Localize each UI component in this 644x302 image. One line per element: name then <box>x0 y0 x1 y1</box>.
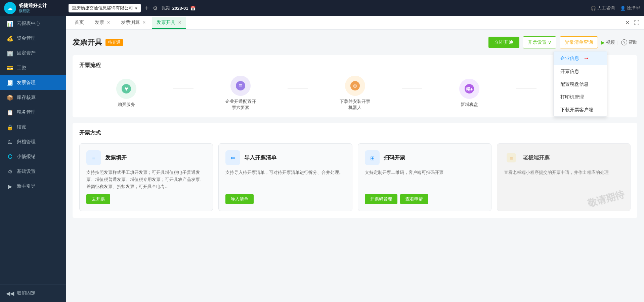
sidebar-item-cloud-report[interactable]: 📊 云报表中心 <box>0 16 66 31</box>
add-tab-button[interactable]: + <box>145 4 149 12</box>
top-bar-actions: 🎧 人工咨询 👤 徐泽华 <box>591 5 640 11</box>
method-import-title: 导入开票清单 <box>244 154 276 161</box>
svg-text:≡: ≡ <box>92 155 95 161</box>
sidebar-label-cancel-fixed: 取消固定 <box>17 290 36 296</box>
exception-list-button[interactable]: 异常清单查询 <box>560 36 598 48</box>
method-boss-header: ≡ 老板端开票 <box>504 150 624 165</box>
dropdown-item-company-info[interactable]: 企业信息 → <box>554 51 607 65</box>
tab-invoice-open-close[interactable]: ✕ <box>178 20 181 25</box>
sidebar-item-stock[interactable]: 📦 库存核算 <box>0 90 66 105</box>
settings-icon: ⚙ <box>7 168 13 175</box>
method-import-desc: 支持导入待开票清单，可对待开票清单进行拆分、合并处理。 <box>225 169 345 190</box>
settle-icon: 🔒 <box>7 124 13 130</box>
method-card-fill-invoice: ≡ 发票填开 支持按照发票样式手工填开发票；可开具增值税电子普通发票、增值税普通… <box>79 143 213 211</box>
flow-section-title: 开票流程 <box>79 62 631 69</box>
calendar-icon[interactable]: 📅 <box>190 6 196 11</box>
stock-icon: 📦 <box>7 94 13 101</box>
user-profile-button[interactable]: 👤 徐泽华 <box>620 5 640 11</box>
view-apply-button[interactable]: 查看申请 <box>400 194 428 204</box>
flow-connector-3 <box>402 88 422 88</box>
sidebar-bottom: ◀◀ 取消固定 <box>0 284 66 302</box>
svg-text:☺: ☺ <box>352 82 358 89</box>
dropdown-item-tax-config[interactable]: 配置税盘信息 <box>554 78 607 91</box>
cloud-report-icon: 📊 <box>7 20 13 27</box>
flow-section: 开票流程 ♥ 购买服务 ≡ <box>73 55 637 117</box>
human-service-button[interactable]: 🎧 人工咨询 <box>591 5 615 11</box>
help-link[interactable]: ▶ 视频 | ? 帮助 <box>601 39 637 45</box>
method-card-scan-invoice: ⊞ 扫码开票 支持定制开票二维码，客户端可扫码开票 开票码管理 查看申请 <box>358 143 491 211</box>
tab-home[interactable]: 首页 <box>70 17 89 29</box>
settings-dropdown-arrow: ∨ <box>548 40 551 45</box>
method-boss-title: 老板端开票 <box>523 154 550 161</box>
sidebar-item-fixed-assets[interactable]: 🏢 固定资产 <box>0 46 66 61</box>
red-arrow-indicator: → <box>583 55 589 62</box>
window-maximize-button[interactable]: ⛶ <box>633 20 640 26</box>
flow-step-buy-icon: ♥ <box>116 79 136 99</box>
flow-step-buy: ♥ 购买服务 <box>79 79 173 108</box>
sidebar-item-report[interactable]: C 小畅报销 <box>0 149 66 164</box>
go-invoice-button[interactable]: 去开票 <box>86 194 110 204</box>
tab-invoice-close[interactable]: ✕ <box>107 20 110 25</box>
sidebar-label-salary: 工资 <box>17 65 26 71</box>
tab-invoice-calc-close[interactable]: ✕ <box>142 20 146 25</box>
page-content: 发票开具 待开通 立即开通 开票设置 ∨ 异常清单查询 <box>66 30 644 302</box>
sidebar-item-settings[interactable]: ⚙ 基础设置 <box>0 164 66 179</box>
sidebar-item-fund-management[interactable]: 💰 资金管理 <box>0 31 66 46</box>
method-import-actions: 导入清单 <box>225 194 345 204</box>
method-fill-header: ≡ 发票填开 <box>86 150 206 165</box>
sidebar-item-settle[interactable]: 🔒 结账 <box>0 120 66 135</box>
flow-step-config: ≡ 企业开通配置开票六要素 <box>194 76 288 111</box>
tab-invoice-calc[interactable]: 发票测算 ✕ <box>116 17 151 29</box>
flow-connector-4 <box>516 88 536 88</box>
sidebar-label-invoice-mgmt: 发票管理 <box>17 80 36 86</box>
dropdown-item-download-client[interactable]: 下载开票客户端 <box>554 104 607 116</box>
svg-text:≡: ≡ <box>239 82 243 89</box>
methods-grid: ≡ 发票填开 支持按照发票样式手工填开发票；可开具增值税电子普通发票、增值税普通… <box>79 143 631 211</box>
sidebar-label-settings: 基础设置 <box>17 168 36 175</box>
help-icon: ? <box>621 39 627 45</box>
company-selector[interactable]: 重庆畅捷交通信息咨询有限公司 ▾ <box>69 4 141 12</box>
method-fill-actions: 去开票 <box>86 194 206 204</box>
sidebar-item-archive[interactable]: 🗂 归档管理 <box>0 135 66 149</box>
method-scan-title: 扫码开票 <box>384 154 405 161</box>
sidebar-label-fixed: 固定资产 <box>17 50 36 56</box>
method-scan-header: ⊞ 扫码开票 <box>365 150 484 165</box>
sidebar-item-tax[interactable]: 📋 税务管理 <box>0 105 66 120</box>
method-import-header: ⇐ 导入开票清单 <box>225 150 345 165</box>
svg-text:♥: ♥ <box>125 85 128 92</box>
method-fill-icon: ≡ <box>86 150 101 165</box>
flow-step-download-label: 下载并安装开票机器人 <box>338 99 372 111</box>
tax-icon: 📋 <box>7 109 13 116</box>
guide-icon: ▶ <box>7 183 13 190</box>
activate-button[interactable]: 立即开通 <box>488 37 519 48</box>
flow-step-config-label: 企业开通配置开票六要素 <box>224 99 257 111</box>
flow-step-newtax: 税+ 新增税盘 <box>422 79 516 108</box>
logo-area: ☁ 畅捷通好会计 旗舰版 <box>4 2 65 14</box>
tab-invoice-open[interactable]: 发票开具 ✕ <box>152 17 186 29</box>
invoice-mgmt-icon: 🧾 <box>7 79 13 86</box>
flow-step-newtax-icon: 税+ <box>459 79 479 99</box>
sidebar-item-cancel-fixed[interactable]: ◀◀ 取消固定 <box>0 287 66 299</box>
sidebar-item-salary[interactable]: 💳 工资 <box>0 61 66 75</box>
header-actions: 立即开通 开票设置 ∨ 异常清单查询 ▶ 视频 | ? <box>488 36 637 48</box>
tab-invoice[interactable]: 发票 ✕ <box>90 17 115 29</box>
import-list-button[interactable]: 导入清单 <box>225 194 254 204</box>
salary-icon: 💳 <box>7 65 13 71</box>
dropdown-item-invoice-info[interactable]: 开票信息 <box>554 65 607 78</box>
tab-home-label: 首页 <box>75 20 84 26</box>
content-area: 首页 发票 ✕ 发票测算 ✕ 发票开具 ✕ ✕ ⛶ <box>66 16 644 302</box>
archive-icon: 🗂 <box>7 139 13 145</box>
window-close-button[interactable]: ✕ <box>624 20 631 26</box>
sidebar-item-guide[interactable]: ▶ 新手引导 <box>0 179 66 194</box>
user-icon: 👤 <box>620 6 626 11</box>
svg-text:税+: 税+ <box>465 87 473 92</box>
invoice-settings-button[interactable]: 开票设置 ∨ <box>523 36 556 48</box>
sidebar-item-invoice-management[interactable]: 🧾 发票管理 <box>0 75 66 90</box>
qrcode-manage-button[interactable]: 开票码管理 <box>365 194 397 204</box>
sidebar-label-settle: 结账 <box>17 124 26 130</box>
method-scan-actions: 开票码管理 查看申请 <box>365 194 484 204</box>
main-area: 📊 云报表中心 💰 资金管理 🏢 固定资产 💳 工资 🧾 发票管理 📦 <box>0 16 644 302</box>
settings-button[interactable]: ⚙ <box>153 5 158 11</box>
dropdown-item-printer[interactable]: 打印机管理 <box>554 91 607 104</box>
tabs-right: ✕ ⛶ <box>624 20 640 26</box>
